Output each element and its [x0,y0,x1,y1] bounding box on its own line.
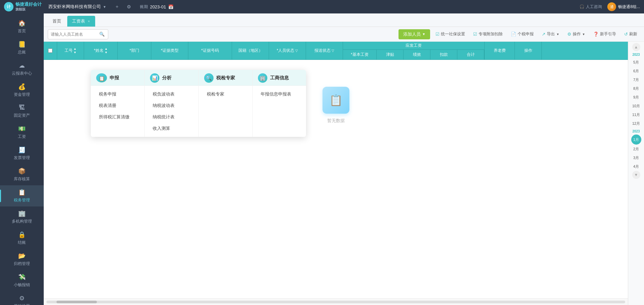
special-label: 专项附加扣除 [479,31,503,37]
dropdown-item-annual-report[interactable]: 年报信息申报表 [253,88,306,100]
user-area[interactable]: 通 畅捷通8组... [607,2,640,11]
horizontal-scrollbar[interactable] [44,298,628,305]
th-num-sort[interactable]: ▲▼ [74,47,77,54]
sidebar-item-xiao[interactable]: 💸 小畅报销 [0,270,44,291]
operate-btn[interactable]: ⚙ 操作 ▼ [565,30,588,38]
export-btn[interactable]: ↗ 导出 ▼ [539,30,562,38]
social-insurance-btn[interactable]: ☑ 统一社保设置 [433,30,468,38]
period-label: 账期 [140,4,148,10]
tax-report-btn[interactable]: 📄 个税申报 [508,30,536,38]
tab-home[interactable]: 首页 [48,16,66,27]
timeline-month-7[interactable]: 7月 [630,75,642,84]
th-checkbox-all[interactable] [44,42,57,60]
period-value: 2023-01 [150,4,166,9]
scrollbar-track[interactable] [46,301,625,303]
sidebar-item-fund[interactable]: 💰 资金管理 [0,80,44,101]
empty-icon [323,87,349,114]
invoice-icon: 🧾 [18,146,26,154]
dropdown-item-tax-declare[interactable]: 税务申报 [91,88,144,100]
search-input[interactable] [51,32,98,37]
tab-payroll-table[interactable]: 工资表 × [67,16,95,27]
user-label: 畅捷通8组... [618,4,640,10]
timeline-month-8[interactable]: 8月 [630,84,642,93]
main-layout: 🏠 首页 📒 总账 ☁ 云报表中心 💰 资金管理 🏗 固定资产 💵 工资 🧾 发… [0,13,644,305]
settings-icon[interactable]: ⚙ [125,3,133,11]
th-name: *姓名 ▲▼ [84,42,118,60]
sidebar-item-close[interactable]: 🔒 结账 [0,228,44,249]
th-name-sort[interactable]: ▲▼ [105,47,108,54]
sidebar-label-xiao: 小畅报销 [14,282,30,288]
dropdown-item-tax-burden[interactable]: 税负波动表 [145,88,198,100]
sidebar-item-multi[interactable]: 🏢 多机构管理 [0,206,44,228]
logo-area: 计 畅捷通好会计 旗舰版 [4,2,42,12]
th-allowance-label: 津贴 [386,52,394,58]
timeline-month-12[interactable]: 12月 [630,119,642,128]
dropdown-col-declaration: 📋 申报 税务申报 税表清册 [91,70,144,137]
th-deduction: 扣款 [430,50,457,60]
tax-icon: 📋 [18,189,26,196]
th-dept: *部门 [118,42,151,60]
dropdown-item-income-calc[interactable]: 所得税汇算清缴 [91,111,144,123]
timeline-month-3[interactable]: 3月 [630,153,642,162]
company-dropdown-icon: ▼ [103,5,106,9]
sidebar-label-report: 云报表中心 [12,71,32,76]
tab-home-label: 首页 [52,18,61,24]
period-calendar-icon[interactable]: 📅 [168,4,174,9]
company-name: 西安虾米网络科技有限公司 [48,4,101,10]
export-icon: ↗ [542,32,545,37]
timeline-month-9[interactable]: 9月 [630,93,642,102]
timeline-up-btn[interactable]: ▲ [632,43,640,51]
sidebar-item-ledger[interactable]: 📒 总账 [0,37,44,59]
dropdown-item-tax-form[interactable]: 税表清册 [91,100,144,111]
search-icon[interactable]: 🔍 [99,32,105,37]
th-name-label: *姓名 [94,48,104,53]
sidebar-item-basic[interactable]: ⚙ 基础设置 [0,291,44,305]
sidebar-item-invoice[interactable]: 🧾 发票管理 [0,143,44,164]
timeline-month-6[interactable]: 6月 [630,67,642,75]
timeline-month-5[interactable]: 5月 [630,58,642,67]
tab-close-icon[interactable]: × [87,18,90,24]
th-total: 合计 [457,50,484,60]
scrollbar-thumb[interactable] [56,301,97,303]
sidebar-label-fund: 资金管理 [14,92,30,98]
timeline-down-btn[interactable]: ▼ [632,171,640,179]
service-button[interactable]: 🎧 人工咨询 [579,4,602,10]
basic-settings-icon: ⚙ [19,295,25,302]
sidebar-item-home[interactable]: 🏠 首页 [0,16,44,37]
dropdown-item-tax-stat[interactable]: 纳税统计表 [145,111,198,123]
empty-text: 暂无数据 [327,118,345,124]
th-base-salary: *基本工资 [343,50,377,60]
th-status-filter-icon[interactable]: ▽ [295,49,298,52]
sidebar-item-payroll[interactable]: 💵 工资 [0,122,44,143]
report-icon: ☁ [19,62,25,69]
sidebar-label-multi: 多机构管理 [12,219,32,224]
th-id-num: *证据号码 [188,42,232,60]
th-allowance: 津贴 [377,50,404,60]
timeline-month-11[interactable]: 11月 [630,110,642,119]
sidebar-item-asset[interactable]: 🏗 固定资产 [0,101,44,122]
timeline-month-2[interactable]: 2月 [630,145,642,153]
sidebar-item-tax[interactable]: 📋 税务管理 [0,185,44,206]
period-area: 账期 2023-01 📅 [140,4,174,10]
timeline-month-4[interactable]: 4月 [630,162,642,171]
sidebar: 🏠 首页 📒 总账 ☁ 云报表中心 💰 资金管理 🏗 固定资产 💵 工资 🧾 发… [0,13,44,305]
refresh-btn[interactable]: ↺ 刷新 [621,30,640,38]
sidebar-item-report[interactable]: ☁ 云报表中心 [0,59,44,80]
timeline-month-10[interactable]: 10月 [630,102,642,110]
dropdown-item-tax-trend[interactable]: 纳税波动表 [145,100,198,111]
special-deduction-btn[interactable]: ☑ 专项附加扣除 [470,30,505,38]
th-num-label: 工号 [65,48,73,53]
dropdown-item-tax-expert[interactable]: 税检专家 [199,88,252,100]
sidebar-item-inventory[interactable]: 📦 库存核算 [0,164,44,185]
new-guide-btn[interactable]: ❓ 新手引导 [591,30,619,38]
top-header: 计 畅捷通好会计 旗舰版 西安虾米网络科技有限公司 ▼ ＋ ⚙ 账期 2023-… [0,0,644,13]
select-all-checkbox[interactable] [48,48,52,53]
th-report-filter-icon[interactable]: ▽ [332,49,334,52]
sidebar-item-archive[interactable]: 📂 归档管理 [0,249,44,270]
dropdown-item-income-calc2[interactable]: 收入测算 [145,123,198,134]
timeline-month-1[interactable]: 1月 [631,135,641,145]
dropdown-header-analysis: 📊 分析 [145,70,198,86]
company-selector[interactable]: 西安虾米网络科技有限公司 ▼ [48,4,106,10]
add-company-icon[interactable]: ＋ [113,3,121,11]
add-person-button[interactable]: 添加人员 ▼ [399,29,430,39]
